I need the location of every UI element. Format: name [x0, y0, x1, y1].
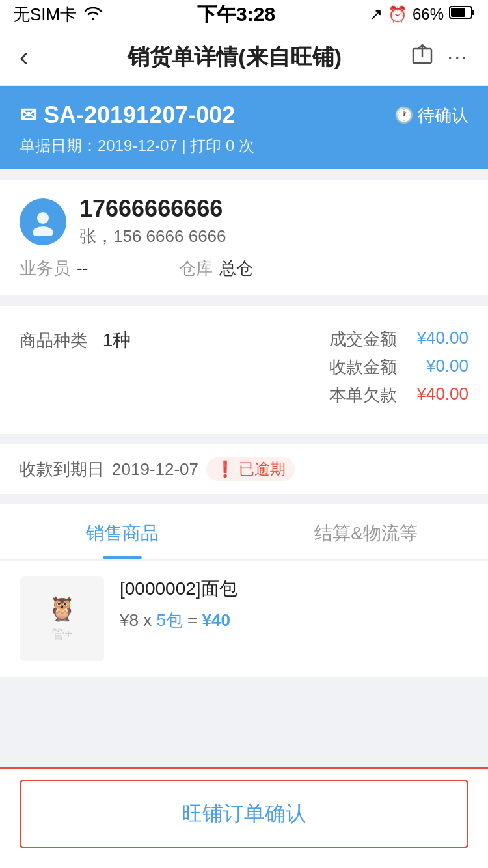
- tab-bar: 销售商品 结算&物流等: [0, 504, 488, 560]
- due-date-value: 2019-12-07: [112, 459, 198, 480]
- overdue-badge: ❗ 已逾期: [206, 457, 295, 481]
- debt-value: ¥40.00: [416, 384, 468, 407]
- svg-rect-2: [451, 8, 465, 17]
- location-icon: ↗: [370, 5, 383, 23]
- order-status-text: 待确认: [418, 104, 468, 127]
- finance-card: 商品种类 1种 成交金额 ¥40.00 收款金额 ¥0.00 本单欠款 ¥40.…: [0, 306, 488, 434]
- amount-value: ¥40.00: [416, 328, 468, 351]
- order-icon: ✉: [20, 103, 37, 128]
- payment-value: ¥0.00: [426, 356, 468, 379]
- svg-point-4: [37, 212, 49, 224]
- due-date-card: 收款到期日 2019-12-07 ❗ 已逾期: [0, 444, 488, 494]
- battery-text: 66%: [413, 5, 444, 23]
- multiply-sign: x: [143, 610, 156, 630]
- customer-name: 张，156 6666 6666: [79, 225, 226, 248]
- back-button[interactable]: ‹: [20, 42, 59, 72]
- nav-bar: ‹ 销货单详情(来自旺铺) ···: [0, 29, 488, 86]
- svg-rect-1: [472, 10, 474, 15]
- product-details: [0000002]面包 ¥8 x 5包 = ¥40: [120, 576, 468, 632]
- tab-settlement[interactable]: 结算&物流等: [244, 504, 488, 559]
- warning-icon: ❗: [215, 460, 235, 478]
- product-price-row: ¥8 x 5包 = ¥40: [120, 609, 468, 632]
- product-type-label: 商品种类: [20, 331, 87, 350]
- bottom-action-bar: 旺铺订单确认: [0, 767, 488, 868]
- product-name: [0000002]面包: [120, 576, 468, 601]
- product-item: 🦉 管+ [0000002]面包 ¥8 x 5包 = ¥40: [0, 561, 488, 677]
- status-left: 无SIM卡: [13, 3, 103, 26]
- product-thumb-text: 管+: [51, 625, 72, 643]
- clock-icon: 🕐: [394, 106, 414, 124]
- customer-details: 业务员 -- 仓库 总仓: [20, 257, 468, 280]
- due-date-label: 收款到期日: [20, 458, 104, 481]
- wifi-icon: [83, 5, 103, 25]
- alarm-icon: ⏰: [388, 5, 407, 23]
- nav-right-actions: ···: [411, 42, 468, 72]
- salesperson-value: --: [77, 258, 88, 278]
- carrier-text: 无SIM卡: [13, 3, 77, 26]
- more-icon[interactable]: ···: [447, 45, 468, 69]
- status-time: 下午3:28: [197, 1, 275, 28]
- equals-sign: =: [187, 610, 202, 630]
- battery-icon: [449, 5, 475, 23]
- product-quantity: 5包: [156, 610, 182, 630]
- page-title: 销货单详情(来自旺铺): [59, 42, 411, 72]
- warehouse-value: 总仓: [219, 257, 253, 280]
- amount-label: 成交金额: [329, 328, 397, 351]
- product-type-value: 1种: [103, 330, 131, 350]
- overdue-text: 已逾期: [239, 459, 286, 480]
- order-id-section: ✉ SA-20191207-002: [20, 102, 235, 129]
- status-right: ↗ ⏰ 66%: [370, 5, 475, 23]
- customer-card: 17666666666 张，156 6666 6666 业务员 -- 仓库 总仓: [0, 180, 488, 295]
- order-id-text: SA-20191207-002: [44, 102, 235, 129]
- product-thumbnail: 🦉 管+: [20, 576, 104, 661]
- finance-amounts: 成交金额 ¥40.00 收款金额 ¥0.00 本单欠款 ¥40.00: [329, 328, 468, 412]
- avatar: [20, 198, 66, 245]
- order-status-badge: 🕐 待确认: [394, 104, 468, 127]
- confirm-order-button[interactable]: 旺铺订单确认: [20, 780, 468, 848]
- svg-point-5: [33, 226, 53, 236]
- product-thumb-logo: 🦉: [47, 595, 77, 623]
- debt-label: 本单欠款: [329, 384, 397, 407]
- order-meta: 单据日期：2019-12-07 | 打印 0 次: [20, 135, 468, 156]
- warehouse-label: 仓库: [179, 257, 213, 280]
- payment-label: 收款金额: [329, 356, 397, 379]
- tab-sales-goods[interactable]: 销售商品: [0, 504, 244, 559]
- product-unit-price: ¥8: [120, 610, 139, 630]
- order-header-card: ✉ SA-20191207-002 🕐 待确认 单据日期：2019-12-07 …: [0, 86, 488, 169]
- customer-phone: 17666666666: [79, 195, 226, 223]
- share-icon[interactable]: [411, 42, 434, 72]
- product-total: ¥40: [202, 610, 230, 630]
- salesperson-label: 业务员: [20, 257, 70, 280]
- status-bar: 无SIM卡 下午3:28 ↗ ⏰ 66%: [0, 0, 488, 29]
